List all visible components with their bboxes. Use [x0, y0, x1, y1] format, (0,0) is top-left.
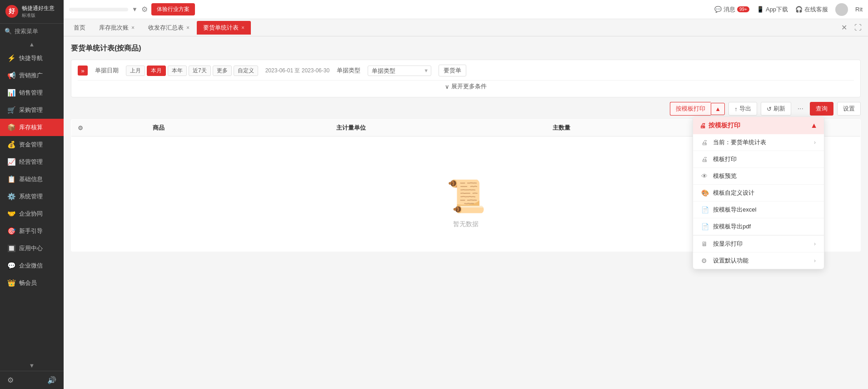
sidebar-item-apps[interactable]: 🔲 应用中心 — [0, 240, 64, 257]
export-excel-label: 按模板导出excel — [713, 206, 756, 214]
sidebar-item-label: 新手引导 — [19, 227, 43, 235]
more-options-icon[interactable]: ··· — [795, 103, 806, 115]
current-month-btn[interactable]: 本月 — [147, 66, 166, 76]
topbar-gear-icon[interactable]: ⚙ — [141, 5, 148, 14]
basics-icon: 📋 — [7, 175, 15, 183]
print-template-button[interactable]: 按模板打印 — [670, 102, 711, 116]
export-button[interactable]: ↑ 导出 — [728, 102, 757, 116]
sidebar-item-quick-nav[interactable]: ⚡ 快捷导航 — [0, 50, 64, 67]
sidebar-item-operations[interactable]: 📈 经营管理 — [0, 153, 64, 171]
dropdown-export-excel[interactable]: 📄 按模板导出excel — [693, 202, 824, 218]
tab-order-stats-label: 要货单统计表 — [203, 24, 239, 32]
sidebar-item-inventory[interactable]: 📦 库存核算 — [0, 119, 64, 136]
weixin-icon: 💬 — [7, 262, 15, 270]
col-gear-icon[interactable]: ⚙ — [78, 125, 83, 131]
display-print-chevron: › — [814, 241, 816, 247]
order-type-label: 单据类型 — [337, 66, 360, 75]
sidebar-item-finance[interactable]: 💰 资金管理 — [0, 136, 64, 153]
system-icon: ⚙️ — [7, 192, 15, 201]
template-print-icon: 🖨 — [701, 156, 708, 163]
col-unit: 主计量单位 — [228, 120, 474, 136]
current-print-icon: 🖨 — [701, 139, 708, 146]
dropdown-template-print[interactable]: 🖨 模板打印 — [693, 151, 824, 168]
win-close-icon[interactable]: ✕ — [838, 23, 850, 32]
sidebar-item-collab[interactable]: 🤝 企业协同 — [0, 205, 64, 222]
custom-date-btn[interactable]: 自定义 — [234, 66, 258, 76]
settings-button[interactable]: 设置 — [837, 102, 861, 116]
print-dropdown-menu: 🖨 按模板打印 ▲ 🖨 当前：要货单统计表 › 🖨 模板打印 — [693, 116, 824, 269]
tab-order-stats[interactable]: 要货单统计表 × — [197, 21, 251, 35]
tab-batch-accounts-close[interactable]: × — [131, 25, 135, 31]
messages-icon: 💬 — [714, 6, 722, 13]
dropdown-template-preview[interactable]: 👁 模板预览 — [693, 168, 824, 185]
tab-receipt-summary-close[interactable]: × — [186, 25, 190, 31]
filter-bar: » 单据日期 上月 本月 本年 近7天 更多 自定义 2023-06-01 至 … — [71, 60, 861, 97]
topbar-dropdown-icon[interactable]: ▼ — [132, 6, 138, 13]
date-buttons: 上月 本月 本年 近7天 更多 自定义 — [126, 66, 258, 76]
trial-industry-button[interactable]: 体验行业方案 — [151, 3, 195, 15]
online-service-item[interactable]: 🎧 在线客服 — [795, 5, 828, 14]
app-download-item[interactable]: 📱 App下载 — [757, 5, 788, 14]
set-default-icon: ⚙ — [701, 257, 708, 264]
export-label: 导出 — [739, 105, 751, 113]
tab-receipt-summary-label: 收发存汇总表 — [148, 24, 184, 32]
tab-order-stats-close[interactable]: × — [241, 25, 244, 31]
scroll-down-btn[interactable]: ▼ — [0, 360, 64, 371]
print-dropdown-arrow[interactable]: ▲ — [711, 103, 725, 115]
user-avatar[interactable] — [835, 3, 848, 16]
dropdown-display-print[interactable]: 🖥 按显示打印 › — [693, 236, 824, 253]
sidebar-item-member[interactable]: 👑 畅会员 — [0, 274, 64, 292]
sidebar-item-weixin[interactable]: 💬 企业微信 — [0, 257, 64, 274]
search-menu[interactable]: 🔍 搜索菜单 — [0, 24, 64, 39]
filter-expand-button[interactable]: » — [78, 66, 88, 76]
sidebar-item-label: 资金管理 — [19, 141, 43, 149]
order-type-select[interactable]: 单据类型 — [368, 66, 431, 76]
template-print-label: 模板打印 — [713, 155, 737, 163]
topbar-search-box — [69, 8, 128, 11]
sidebar-item-label: 采购管理 — [19, 106, 43, 114]
messages-item[interactable]: 💬 消息 99+ — [714, 5, 749, 14]
date-range-display: 2023-06-01 至 2023-06-30 — [265, 67, 329, 75]
sidebar-item-label: 营销推广 — [19, 71, 43, 80]
tab-batch-accounts[interactable]: 库存批次账 × — [93, 21, 141, 35]
more-date-btn[interactable]: 更多 — [213, 66, 232, 76]
dropdown-template-design[interactable]: 🎨 模板自定义设计 — [693, 185, 824, 202]
marketing-icon: 📢 — [7, 71, 15, 80]
order-goods-tag[interactable]: 要货单 — [439, 65, 466, 76]
query-button[interactable]: 查询 — [810, 102, 833, 116]
template-design-icon: 🎨 — [701, 189, 708, 197]
newbie-icon: 🎯 — [7, 227, 15, 235]
dropdown-close-icon[interactable]: ▲ — [810, 121, 818, 130]
collab-icon: 🤝 — [7, 210, 15, 218]
prev-month-btn[interactable]: 上月 — [126, 66, 145, 76]
sidebar-item-marketing[interactable]: 📢 营销推广 — [0, 67, 64, 84]
app-logo: 好 畅捷通好生意 标准版 — [0, 0, 64, 24]
tab-home[interactable]: 首页 — [67, 21, 92, 35]
win-maximize-icon[interactable]: ⛶ — [852, 24, 864, 32]
sidebar-item-label: 企业微信 — [19, 262, 43, 270]
tab-receipt-summary[interactable]: 收发存汇总表 × — [142, 21, 196, 35]
sidebar-item-system[interactable]: ⚙️ 系统管理 — [0, 188, 64, 205]
topbar: ▼ ⚙ 体验行业方案 💬 消息 99+ 📱 App下载 🎧 在线客服 Rit — [64, 0, 868, 19]
app-name: 畅捷通好生意 — [22, 5, 55, 12]
dropdown-set-default[interactable]: ⚙ 设置默认功能 › — [693, 253, 824, 269]
sidebar-item-sales[interactable]: 📊 销售管理 — [0, 84, 64, 101]
sidebar-item-basics[interactable]: 📋 基础信息 — [0, 171, 64, 188]
settings-footer-icon[interactable]: ⚙ — [7, 376, 14, 384]
col-gear[interactable]: ⚙ — [71, 120, 90, 136]
dropdown-current-item[interactable]: 🖨 当前：要货单统计表 › — [693, 134, 824, 151]
sound-footer-icon[interactable]: 🔊 — [47, 376, 56, 384]
display-print-label: 按显示打印 — [713, 240, 743, 248]
current-year-btn[interactable]: 本年 — [168, 66, 187, 76]
last7-btn[interactable]: 近7天 — [189, 66, 211, 76]
app-download-label: App下载 — [766, 5, 788, 14]
col-quantity: 主数量 — [474, 120, 649, 136]
sidebar-item-purchase[interactable]: 🛒 采购管理 — [0, 101, 64, 119]
dropdown-export-pdf[interactable]: 📄 按模板导出pdf — [693, 218, 824, 235]
refresh-button[interactable]: ↺ 刷新 — [761, 102, 791, 116]
purchase-icon: 🛒 — [7, 106, 15, 114]
search-menu-label: 搜索菜单 — [15, 27, 38, 35]
scroll-up-btn[interactable]: ▲ — [0, 39, 64, 50]
expand-more-button[interactable]: ∨ 展开更多条件 — [78, 80, 854, 92]
sidebar-item-newbie[interactable]: 🎯 新手引导 — [0, 222, 64, 240]
